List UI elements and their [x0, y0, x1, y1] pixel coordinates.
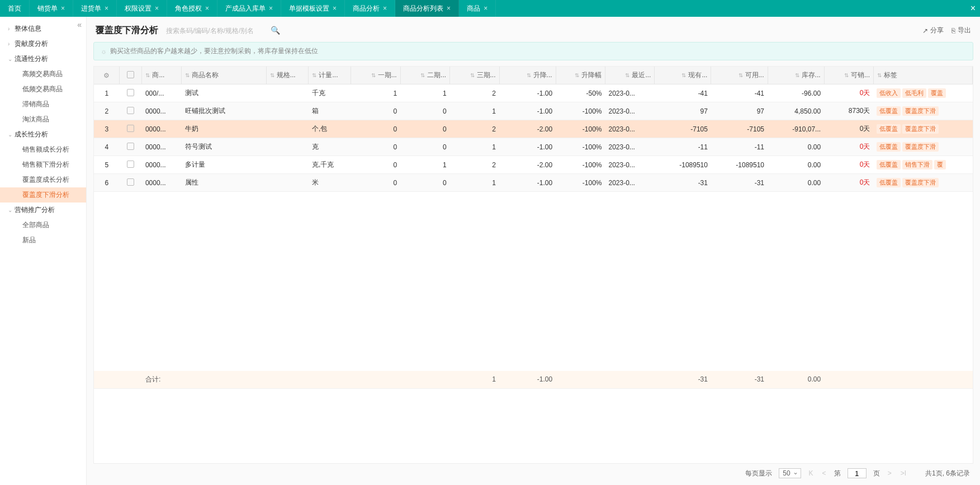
sort-icon[interactable]: ⇅ — [145, 72, 150, 78]
column-header[interactable]: ⇅升降幅 — [556, 67, 605, 84]
tab-close-icon[interactable]: × — [155, 0, 159, 17]
export-button[interactable]: ⎘ 导出 — [951, 26, 971, 35]
tab-7[interactable]: 商品分析× — [345, 0, 395, 17]
sort-icon[interactable]: ⇅ — [795, 72, 799, 78]
page-suffix: 页 — [873, 469, 880, 478]
tab-9[interactable]: 商品× — [459, 0, 496, 17]
sidebar-section[interactable]: ›贡献度分析 — [0, 36, 86, 51]
sort-icon[interactable]: ⇅ — [527, 72, 531, 78]
column-header[interactable]: ⇅可用... — [711, 67, 768, 84]
first-page-button[interactable]: K — [808, 469, 815, 477]
tab-close-icon[interactable]: × — [205, 0, 209, 17]
column-header[interactable]: ⇅规格... — [266, 67, 309, 84]
column-header[interactable]: ⇅最近... — [605, 67, 655, 84]
column-header[interactable]: ⇅库存... — [768, 67, 824, 84]
column-header[interactable] — [119, 67, 141, 84]
sidebar-item[interactable]: 覆盖度成长分析 — [0, 172, 86, 187]
sort-icon[interactable]: ⇅ — [681, 72, 686, 78]
search-icon[interactable]: 🔍 — [271, 26, 280, 35]
sidebar-nav: « ›整体信息›贡献度分析⌄流通性分析高频交易商品低频交易商品滞销商品淘汰商品⌄… — [0, 17, 87, 485]
tag: 低覆盖 — [877, 124, 901, 134]
sidebar-item[interactable]: 覆盖度下滑分析 — [0, 187, 86, 203]
tag: 覆盖度下滑 — [902, 124, 939, 134]
sidebar-section[interactable]: ⌄流通性分析 — [0, 51, 86, 67]
gear-icon[interactable]: ⚙ — [103, 72, 110, 79]
sort-icon[interactable]: ⇅ — [877, 72, 882, 78]
column-header[interactable]: ⇅升降... — [499, 67, 556, 84]
sort-icon[interactable]: ⇅ — [470, 72, 475, 78]
sort-icon[interactable]: ⇅ — [844, 72, 849, 78]
row-checkbox[interactable] — [127, 178, 134, 186]
tab-6[interactable]: 单据模板设置× — [281, 0, 345, 17]
tab-4[interactable]: 角色授权× — [167, 0, 217, 17]
column-header[interactable]: ⇅现有... — [655, 67, 711, 84]
row-checkbox[interactable] — [127, 125, 134, 132]
tag: 覆盖度下滑 — [902, 178, 939, 187]
share-button[interactable]: ↗ 分享 — [922, 26, 944, 35]
sort-icon[interactable]: ⇅ — [270, 72, 274, 78]
tab-close-icon[interactable]: × — [447, 0, 451, 17]
sidebar-item[interactable]: 低频交易商品 — [0, 82, 86, 97]
column-header[interactable]: ⇅商... — [142, 67, 182, 84]
close-all-tabs-icon[interactable]: × — [970, 0, 976, 17]
table-row[interactable]: 20000...旺铺批次测试箱001-1.00-100%2023-0...979… — [94, 102, 973, 120]
table-row[interactable]: 60000...属性米001-1.00-100%2023-0...-31-310… — [94, 174, 973, 192]
table-row[interactable]: 50000...多计量克,千克012-2.00-100%2023-0...-10… — [94, 156, 973, 174]
column-header[interactable]: ⇅可销... — [824, 67, 873, 84]
next-page-button[interactable]: > — [887, 469, 893, 477]
per-page-select[interactable]: 50 — [779, 468, 801, 478]
column-header[interactable]: ⇅计量... — [309, 67, 351, 84]
row-checkbox[interactable] — [127, 107, 134, 114]
sidebar-collapse-icon[interactable]: « — [77, 20, 82, 29]
table-row[interactable]: 1000/...测试千克112-1.00-50%2023-0...-41-41-… — [94, 84, 973, 102]
column-header[interactable]: ⇅三期... — [450, 67, 499, 84]
tab-close-icon[interactable]: × — [61, 0, 65, 17]
last-page-button[interactable]: >I — [899, 469, 907, 477]
column-header[interactable]: ⇅标签 — [873, 67, 972, 84]
sidebar-item[interactable]: 销售额下滑分析 — [0, 157, 86, 172]
sidebar-section[interactable]: ›整体信息 — [0, 21, 77, 36]
sidebar-item[interactable]: 高频交易商品 — [0, 67, 86, 82]
tag: 销售下滑 — [902, 160, 932, 169]
tab-0[interactable]: 首页 — [0, 0, 30, 17]
tab-1[interactable]: 销货单× — [30, 0, 73, 17]
tags-cell: 低覆盖覆盖度下滑 — [873, 174, 972, 192]
tab-close-icon[interactable]: × — [383, 0, 387, 17]
column-header[interactable]: ⇅商品名称 — [182, 67, 267, 84]
caret-icon: ⌄ — [8, 131, 13, 138]
sort-icon[interactable]: ⇅ — [625, 72, 629, 78]
tab-2[interactable]: 进货单× — [73, 0, 117, 17]
sidebar-section[interactable]: ⌄成长性分析 — [0, 127, 86, 142]
row-checkbox[interactable] — [127, 89, 134, 96]
sidebar-item[interactable]: 全部商品 — [0, 218, 86, 233]
table-row[interactable]: 30000...牛奶个,包002-2.00-100%2023-0...-7105… — [94, 120, 973, 138]
tab-close-icon[interactable]: × — [484, 0, 487, 17]
row-checkbox[interactable] — [127, 161, 134, 168]
page-input[interactable] — [848, 468, 867, 478]
row-checkbox[interactable] — [127, 143, 134, 150]
tab-5[interactable]: 产成品入库单× — [217, 0, 281, 17]
sidebar-item[interactable]: 销售额成长分析 — [0, 142, 86, 157]
sort-icon[interactable]: ⇅ — [312, 72, 316, 78]
tab-3[interactable]: 权限设置× — [117, 0, 167, 17]
column-header[interactable]: ⚙ — [94, 67, 119, 84]
sort-icon[interactable]: ⇅ — [420, 72, 425, 78]
sidebar-item[interactable]: 淘汰商品 — [0, 112, 86, 127]
table-row[interactable]: 40000...符号测试克001-1.00-100%2023-0...-11-1… — [94, 138, 973, 156]
sort-icon[interactable]: ⇅ — [738, 72, 743, 78]
sort-icon[interactable]: ⇅ — [371, 72, 376, 78]
search-input[interactable] — [166, 27, 267, 35]
sidebar-item[interactable]: 新品 — [0, 233, 86, 248]
sort-icon[interactable]: ⇅ — [575, 72, 579, 78]
select-all-checkbox[interactable] — [127, 71, 134, 78]
tab-8[interactable]: 商品分析列表× — [395, 0, 459, 17]
sidebar-section[interactable]: ⌄营销推广分析 — [0, 203, 86, 218]
sidebar-item[interactable]: 滞销商品 — [0, 97, 86, 112]
prev-page-button[interactable]: < — [821, 469, 827, 477]
tab-close-icon[interactable]: × — [105, 0, 108, 17]
tab-close-icon[interactable]: × — [269, 0, 273, 17]
column-header[interactable]: ⇅一期... — [351, 67, 400, 84]
sort-icon[interactable]: ⇅ — [185, 72, 190, 78]
tab-close-icon[interactable]: × — [333, 0, 337, 17]
column-header[interactable]: ⇅二期... — [400, 67, 449, 84]
